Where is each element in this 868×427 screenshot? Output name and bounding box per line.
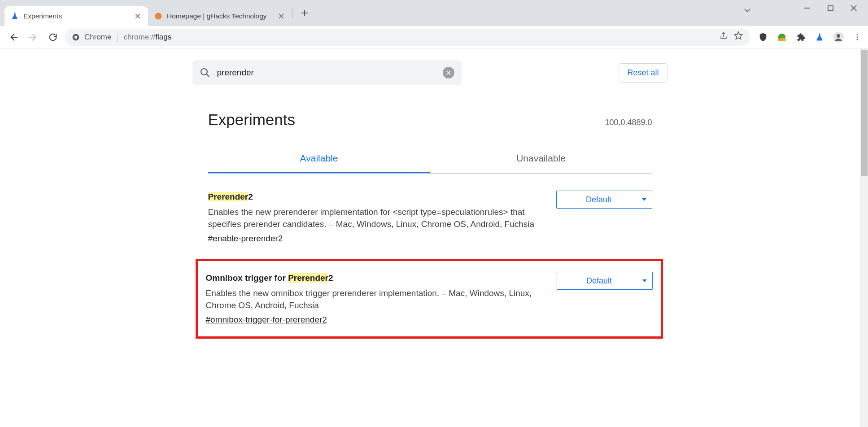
svg-point-0 (155, 13, 162, 20)
globe-extension-icon[interactable] (776, 32, 787, 43)
chrome-icon (72, 33, 80, 41)
extension-row (754, 32, 863, 43)
maximize-icon[interactable] (827, 4, 834, 12)
page-content: Reset all Experiments 100.0.4889.0 Avail… (0, 48, 860, 427)
close-window-icon[interactable] (850, 4, 857, 12)
tab-search-button[interactable] (743, 6, 751, 16)
svg-point-3 (74, 36, 77, 39)
address-bar[interactable]: Chrome chrome://flags (65, 29, 750, 46)
svg-point-8 (857, 36, 858, 38)
forward-button[interactable] (25, 29, 41, 45)
scrollbar[interactable] (860, 48, 868, 427)
flag-title: Prerender2 (208, 191, 538, 203)
flags-search-box[interactable] (192, 60, 462, 85)
svg-point-7 (857, 34, 858, 35)
page-title: Experiments (208, 111, 296, 129)
flags-tabs: Available Unavailable (208, 145, 652, 174)
bookmark-icon[interactable] (733, 31, 743, 43)
flag-description: Enables the new prerenderer implementati… (208, 206, 538, 231)
flag-state-select[interactable]: Default (556, 191, 652, 209)
browser-toolbar: Chrome chrome://flags (0, 26, 868, 48)
flag-state-select[interactable]: Default (557, 272, 653, 290)
site-chip: Chrome (72, 33, 118, 42)
extensions-puzzle-icon[interactable] (795, 32, 806, 43)
site-favicon-icon (154, 12, 162, 20)
svg-point-10 (201, 69, 207, 75)
version-label: 100.0.4889.0 (605, 118, 652, 127)
new-tab-button[interactable] (297, 5, 313, 21)
browser-tab-ghacks[interactable]: Homepage | gHacks Technology (148, 6, 292, 26)
window-titlebar: Experiments Homepage | gHacks Technology (0, 0, 868, 26)
browser-tab-experiments[interactable]: Experiments (4, 6, 148, 26)
flag-description: Enables the new omnibox trigger prerende… (206, 287, 539, 312)
share-icon[interactable] (719, 31, 728, 43)
svg-point-9 (857, 39, 858, 40)
reload-button[interactable] (45, 29, 61, 45)
svg-point-6 (837, 34, 840, 38)
close-icon[interactable] (134, 12, 142, 20)
profile-avatar-icon[interactable] (833, 32, 844, 43)
browser-tabs: Experiments Homepage | gHacks Technology (0, 0, 313, 26)
kebab-menu-icon[interactable] (852, 32, 863, 43)
flask-icon (11, 12, 19, 20)
window-controls (793, 0, 868, 16)
back-button[interactable] (5, 29, 22, 45)
url-text: chrome://flags (123, 33, 714, 42)
search-input[interactable] (217, 68, 436, 78)
search-icon (200, 67, 210, 78)
svg-rect-1 (828, 6, 833, 11)
flag-hash-link[interactable]: #enable-prerender2 (208, 232, 283, 245)
close-icon[interactable] (277, 12, 285, 20)
scrollbar-thumb[interactable] (861, 50, 868, 176)
flag-item-highlighted: Omnibox trigger for Prerender2 Enables t… (196, 259, 663, 339)
chip-label: Chrome (84, 33, 111, 42)
reset-all-button[interactable]: Reset all (619, 63, 667, 83)
tab-title: Homepage | gHacks Technology (167, 12, 273, 20)
minimize-icon[interactable] (803, 4, 811, 12)
flags-search-row: Reset all (0, 48, 860, 97)
flag-hash-link[interactable]: #omnibox-trigger-for-prerender2 (206, 314, 327, 326)
tab-unavailable[interactable]: Unavailable (430, 145, 652, 173)
tab-available[interactable]: Available (208, 145, 430, 173)
tab-divider (292, 8, 293, 18)
tab-title: Experiments (23, 12, 129, 20)
clear-search-icon[interactable] (443, 67, 454, 78)
labs-flask-icon[interactable] (814, 32, 825, 43)
flag-title: Omnibox trigger for Prerender2 (206, 272, 539, 284)
shield-extension-icon[interactable] (758, 32, 768, 43)
flag-item: Prerender2 Enables the new prerenderer i… (208, 174, 652, 244)
